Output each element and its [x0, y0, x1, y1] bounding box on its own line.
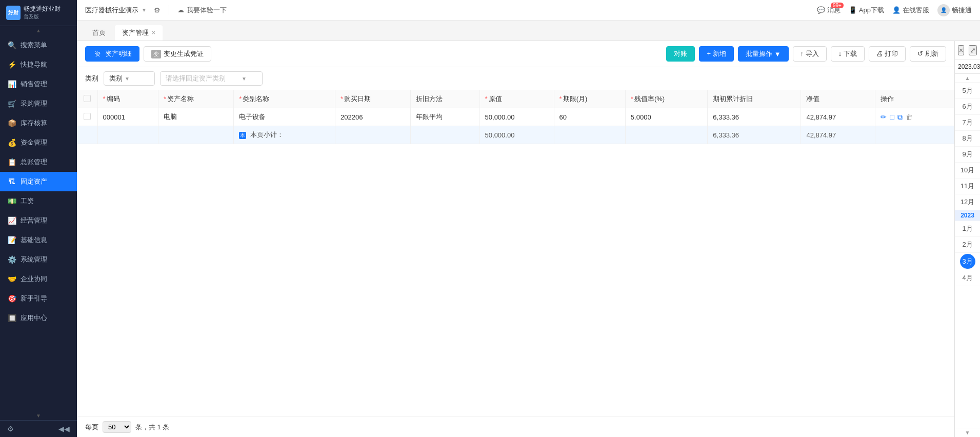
month-11[interactable]: 11月	[955, 178, 980, 194]
new-btn[interactable]: + 新增	[699, 46, 733, 62]
company-selector[interactable]: 医疗器械行业演示 ▼	[85, 6, 147, 15]
tab-home[interactable]: 首页	[85, 25, 113, 41]
col-purchase-date: *购买日期	[335, 90, 411, 108]
cell-period: 60	[554, 108, 625, 126]
sidebar-item-operations[interactable]: 📈 经营管理	[0, 211, 77, 230]
logo-text-block: 畅捷通好业财 普及版	[24, 5, 61, 21]
panel-scroll-down[interactable]: ▼	[955, 428, 980, 437]
panel-close-btn[interactable]: ×	[958, 45, 964, 55]
sidebar-label-purchase: 采购管理	[21, 99, 47, 108]
sidebar-item-purchase[interactable]: 🛒 采购管理	[0, 94, 77, 113]
right-panel-header: × ⤢	[955, 41, 980, 60]
right-panel: × ⤢ 2023.03 ▲ 5月 6月 7月 8月 9月 10月 11月 12月…	[954, 41, 980, 437]
panel-expand-btn[interactable]: ⤢	[969, 45, 977, 55]
cell-code: 000001	[97, 108, 158, 126]
settings-icon[interactable]: ⚙	[7, 425, 14, 433]
messages-btn[interactable]: 💬 消息 99+	[817, 6, 841, 15]
sidebar-label-quick-nav: 快捷导航	[21, 60, 47, 69]
experience-btn[interactable]: ☁ 我要体验一下	[177, 6, 227, 15]
col-operations: 操作	[875, 90, 954, 108]
voucher-icon: 变	[151, 50, 161, 58]
sidebar-item-payroll[interactable]: 💵 工资	[0, 191, 77, 211]
cell-operations: ✏ □ ⧉ 🗑	[875, 108, 954, 126]
online-support-btn[interactable]: 👤 在线客服	[892, 6, 929, 15]
sidebar-item-inventory[interactable]: 📦 库存核算	[0, 113, 77, 133]
sidebar-scroll-down[interactable]: ▼	[0, 411, 77, 420]
user-btn[interactable]: 👤 畅捷通	[937, 4, 972, 16]
purchase-icon: 🛒	[7, 100, 16, 108]
batch-arrow-icon: ▼	[774, 50, 781, 58]
collapse-icon[interactable]: ◀◀	[58, 425, 70, 433]
experience-label: 我要体验一下	[187, 6, 227, 15]
batch-btn[interactable]: 批量操作 ▼	[738, 46, 789, 62]
link-btn[interactable]: ⧉	[897, 113, 903, 122]
month-8[interactable]: 8月	[955, 131, 980, 147]
month-4[interactable]: 4月	[955, 270, 980, 286]
refresh-icon: ↺	[917, 50, 923, 57]
settings-gear-icon[interactable]: ⚙	[154, 6, 161, 14]
row-operations: ✏ □ ⧉ 🗑	[881, 113, 949, 122]
month-9[interactable]: 9月	[955, 147, 980, 163]
sidebar-item-enterprise[interactable]: 🤝 企业协同	[0, 269, 77, 289]
col-period: *期限(月)	[554, 90, 625, 108]
online-support-label: 在线客服	[903, 6, 929, 15]
app-download-btn[interactable]: 📱 App下载	[849, 6, 884, 15]
row-checkbox[interactable]	[84, 113, 91, 120]
sidebar-item-guide[interactable]: 🎯 新手引导	[0, 289, 77, 308]
asset-table-wrap: *编码 *资产名称 *类别名称 *购买日期 折旧方法 *原值 *期限(月) *残…	[77, 90, 954, 416]
panel-year-label: 2023.03	[955, 60, 980, 74]
refresh-btn[interactable]: ↺ 刷新	[910, 46, 946, 62]
month-7[interactable]: 7月	[955, 115, 980, 131]
sidebar-item-ledger[interactable]: 📋 总账管理	[0, 152, 77, 172]
col-code: *编码	[97, 90, 158, 108]
delete-btn[interactable]: 🗑	[906, 113, 913, 122]
sidebar-item-basic-info[interactable]: 📝 基础信息	[0, 230, 77, 250]
print-icon: 🖨	[876, 50, 883, 57]
sidebar-item-system[interactable]: ⚙️ 系统管理	[0, 250, 77, 269]
edit-btn[interactable]: ✏	[881, 113, 887, 122]
sidebar-scroll-up[interactable]: ▲	[0, 26, 77, 35]
operations-icon: 📈	[7, 216, 16, 225]
sidebar-item-quick-nav[interactable]: ⚡ 快捷导航	[0, 55, 77, 74]
month-1[interactable]: 1月	[955, 221, 980, 237]
content-main: 资 资产明细 变 变更生成凭证 对账 + 新增 批量操作 ▼	[77, 41, 954, 437]
sidebar-item-search[interactable]: 🔍 搜索菜单	[0, 35, 77, 55]
cell-name: 电脑	[158, 108, 233, 126]
tab-asset-management[interactable]: 资产管理 ×	[115, 25, 163, 41]
print-btn[interactable]: 🖨 打印	[869, 46, 906, 62]
filter-bar: 类别 类别 ▼ 请选择固定资产类别 ▼	[77, 67, 954, 90]
per-page-select[interactable]: 50 20 100	[103, 421, 131, 433]
category-select-type[interactable]: 类别 ▼	[104, 71, 155, 86]
logo-icon: 好财	[6, 6, 21, 20]
ledger-icon: 📋	[7, 158, 16, 166]
content-area: 资 资产明细 变 变更生成凭证 对账 + 新增 批量操作 ▼	[77, 41, 980, 437]
month-5[interactable]: 5月	[955, 83, 980, 99]
import-btn[interactable]: ↑ 导入	[793, 46, 827, 62]
tab-close-icon[interactable]: ×	[152, 29, 155, 36]
category-select-asset-type[interactable]: 请选择固定资产类别 ▼	[160, 71, 263, 86]
topbar-right: 💬 消息 99+ 📱 App下载 👤 在线客服 👤 畅捷通	[817, 4, 972, 16]
tab-asset-label: 资产管理	[122, 28, 149, 37]
copy-btn[interactable]: □	[890, 113, 894, 122]
sidebar-label-system: 系统管理	[21, 255, 47, 264]
topbar: 医疗器械行业演示 ▼ ⚙ ☁ 我要体验一下 💬 消息 99+ 📱 App下载 👤…	[77, 0, 980, 21]
sidebar-item-funds[interactable]: 💰 资金管理	[0, 133, 77, 152]
toolbar-right: 对账 + 新增 批量操作 ▼ ↑ 导入 ↓ 下载	[666, 46, 946, 62]
month-3-current[interactable]: 3月	[960, 254, 975, 269]
download-btn[interactable]: ↓ 下载	[831, 46, 865, 62]
tab-voucher-btn[interactable]: 变 变更生成凭证	[144, 46, 211, 62]
logo-edition: 普及版	[24, 13, 61, 21]
month-10[interactable]: 10月	[955, 163, 980, 178]
month-12[interactable]: 12月	[955, 194, 980, 210]
col-residual-rate: *残值率(%)	[625, 90, 708, 108]
category-placeholder-arrow-icon: ▼	[242, 76, 247, 82]
month-6[interactable]: 6月	[955, 99, 980, 115]
panel-scroll-up[interactable]: ▲	[955, 74, 980, 83]
sidebar-item-sales[interactable]: 📊 销售管理	[0, 74, 77, 94]
reconcile-btn[interactable]: 对账	[666, 46, 695, 62]
sidebar-item-fixed-assets[interactable]: 🏗 固定资产	[0, 172, 77, 191]
select-all-checkbox[interactable]	[84, 95, 91, 102]
sidebar-item-apps[interactable]: 🔲 应用中心	[0, 308, 77, 328]
tab-asset-detail-btn[interactable]: 资 资产明细	[85, 46, 139, 62]
month-2[interactable]: 2月	[955, 237, 980, 253]
